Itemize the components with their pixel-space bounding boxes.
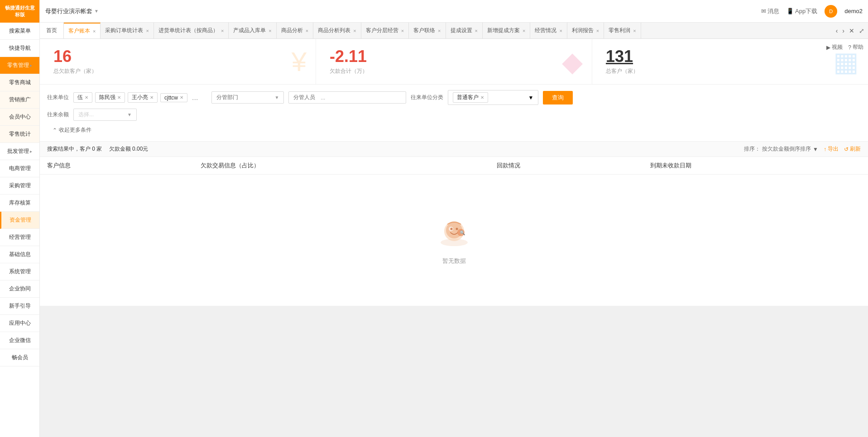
tab-close-icon-3[interactable]: × <box>221 28 224 33</box>
sort-selector[interactable]: 排序： 按欠款金额倒序排序 ▼ <box>744 145 818 153</box>
tab-7[interactable]: 客户分层经营× <box>361 23 409 39</box>
sidebar-item-12[interactable]: 经营管理 <box>0 229 39 246</box>
person-label: 分管人员 <box>293 94 315 101</box>
tab-close-icon-11[interactable]: × <box>559 28 562 33</box>
app-download-button[interactable]: 📱 App下载 <box>786 7 817 15</box>
tab-12[interactable]: 利润报告× <box>567 23 604 39</box>
query-button[interactable]: 查询 <box>543 91 573 104</box>
refresh-label: 刷新 <box>850 145 861 153</box>
sort-value: 按欠款金额倒序排序 <box>762 145 811 153</box>
stat-label-customers: 总欠款客户（家） <box>53 67 97 75</box>
store-arrow-icon: ▼ <box>94 9 99 14</box>
sidebar-item-16[interactable]: 新手引导 <box>0 298 39 315</box>
sidebar-item-11[interactable]: 资金管理 <box>0 212 39 229</box>
sidebar-item-10[interactable]: 库存核算 <box>0 195 39 212</box>
balance-placeholder: 选择... <box>78 111 94 119</box>
logo: 畅捷通好生意 标版 <box>0 0 39 23</box>
tab-6[interactable]: 商品分析列表× <box>313 23 361 39</box>
avatar[interactable]: D <box>825 5 837 18</box>
logo-line1: 畅捷通好生意 <box>5 5 35 11</box>
tab-close-icon-2[interactable]: × <box>146 28 149 33</box>
filter-tag-close-1[interactable]: ✕ <box>117 95 121 100</box>
sidebar-item-1[interactable]: 快捷导航 <box>0 40 39 57</box>
tab-close-icon-7[interactable]: × <box>401 28 404 33</box>
phone-icon: 📱 <box>786 8 794 14</box>
collapse-button[interactable]: ⌃ 收起更多条件 <box>47 124 861 136</box>
tab-3[interactable]: 进货单统计表（按商品）× <box>154 23 229 39</box>
tab-close-icon-8[interactable]: × <box>438 28 441 33</box>
tab-close-icon-4[interactable]: × <box>269 28 271 33</box>
tab-10[interactable]: 新增提成方案× <box>483 23 530 39</box>
messages-button[interactable]: ✉ 消息 <box>761 7 780 15</box>
refresh-button[interactable]: ↺ 刷新 <box>844 145 861 153</box>
tab-close-icon-1[interactable]: × <box>93 28 96 34</box>
tab-close-icon-9[interactable]: × <box>475 28 478 33</box>
person-selector[interactable]: 分管人员 ... <box>288 91 406 104</box>
sidebar-item-19[interactable]: 畅会员 <box>0 349 39 366</box>
tabs-expand-icon[interactable]: ⤢ <box>857 26 866 35</box>
sidebar-item-14[interactable]: 系统管理 <box>0 263 39 280</box>
tab-13[interactable]: 零售利润× <box>604 23 641 39</box>
balance-selector[interactable]: 选择... ▼ <box>73 109 137 121</box>
tab-close-icon-10[interactable]: × <box>523 28 525 33</box>
sidebar-item-3[interactable]: 零售商城 <box>0 74 39 91</box>
more-tags-button[interactable]: ... <box>192 94 198 102</box>
tab-9[interactable]: 提成设置× <box>446 23 483 39</box>
filter-tag-2: 王小亮 ✕ <box>128 92 158 103</box>
export-button[interactable]: ↑ 导出 <box>824 145 839 153</box>
stats-row: ▶ 视频 ? 帮助 16 总欠款客户（家） ¥ -2.11 欠款合计（万） <box>40 39 868 85</box>
sidebar-item-4[interactable]: 营销推广 <box>0 91 39 109</box>
tab-close-icon-13[interactable]: × <box>633 28 636 33</box>
tab-close-icon-5[interactable]: × <box>306 28 308 33</box>
result-amount-label: 欠款金额 <box>109 146 131 152</box>
category-arrow-icon: ▼ <box>528 95 533 101</box>
tab-home[interactable]: 首页 <box>40 23 64 39</box>
sidebar-item-8[interactable]: 电商管理 <box>0 160 39 177</box>
svg-text:🔍: 🔍 <box>460 230 465 236</box>
unit-filter-label: 往来单位 <box>47 94 69 101</box>
filter-tag-1: 陈民强 ✕ <box>95 92 125 103</box>
person-more-button[interactable]: ... <box>321 95 325 101</box>
category-tag-close[interactable]: ✕ <box>480 95 484 100</box>
tab-close-icon-6[interactable]: × <box>353 28 356 33</box>
sidebar-item-18[interactable]: 企业微信 <box>0 332 39 349</box>
tab-11[interactable]: 经营情况× <box>530 23 567 39</box>
tab-1[interactable]: 客户账本× <box>64 23 101 39</box>
sidebar-item-15[interactable]: 企业协同 <box>0 280 39 298</box>
category-selected-tag: 普通客户 ✕ <box>453 92 488 103</box>
sidebar-item-17[interactable]: 应用中心 <box>0 315 39 332</box>
tab-2[interactable]: 采购订单统计表× <box>101 23 153 39</box>
sidebar-item-5[interactable]: 会员中心 <box>0 109 39 126</box>
tabs-close-all-icon[interactable]: ✕ <box>847 26 856 35</box>
sort-arrow-icon: ▼ <box>813 146 818 152</box>
sidebar-arrow-icon-7: ▸ <box>29 149 33 154</box>
tab-8[interactable]: 客户联络× <box>409 23 446 39</box>
tabs-prev-icon[interactable]: ‹ <box>834 26 840 35</box>
sidebar-item-2[interactable]: 零售管理 ▸ <box>0 57 39 74</box>
sidebar-item-6[interactable]: 零售统计 <box>0 126 39 143</box>
filter-tag-close-2[interactable]: ✕ <box>150 95 153 100</box>
filter-row-1: 往来单位 伍 ✕陈民强 ✕王小亮 ✕cjttcw ✕ ... 分管部门 ▼ 分管… <box>47 90 861 105</box>
sidebar-item-0[interactable]: 搜索菜单 <box>0 23 39 40</box>
filter-tag-close-3[interactable]: ✕ <box>180 95 183 100</box>
tab-label-4: 产成品入库单 <box>233 27 266 34</box>
store-selector[interactable]: 母婴行业演示帐套 ▼ <box>45 7 99 15</box>
customer-ledger-page: ▶ 视频 ? 帮助 16 总欠款客户（家） ¥ -2.11 欠款合计（万） <box>40 39 868 306</box>
collapse-arrow-icon: ⌃ <box>53 127 57 133</box>
tab-4[interactable]: 产成品入库单× <box>229 23 276 39</box>
empty-state: 🔍 暂无数据 <box>47 179 861 301</box>
tabs-next-icon[interactable]: › <box>840 26 846 35</box>
page-content-area: ▶ 视频 ? 帮助 16 总欠款客户（家） ¥ -2.11 欠款合计（万） <box>40 39 868 437</box>
filter-tag-close-0[interactable]: ✕ <box>85 95 88 100</box>
sidebar-item-7[interactable]: 批发管理 ▸ <box>0 143 39 160</box>
category-selector[interactable]: 普通客户 ✕ ▼ <box>448 90 538 105</box>
tab-close-icon-12[interactable]: × <box>596 28 599 33</box>
sidebar-item-13[interactable]: 基础信息 <box>0 246 39 263</box>
tab-5[interactable]: 商品分析× <box>277 23 313 39</box>
dept-selector[interactable]: 分管部门 ▼ <box>211 91 284 104</box>
username-label[interactable]: demo2 <box>844 8 863 14</box>
svg-point-4 <box>450 228 452 230</box>
dept-arrow-icon: ▼ <box>274 95 279 100</box>
result-count-unit: 家 <box>96 146 102 152</box>
sidebar-item-9[interactable]: 采购管理 <box>0 177 39 195</box>
